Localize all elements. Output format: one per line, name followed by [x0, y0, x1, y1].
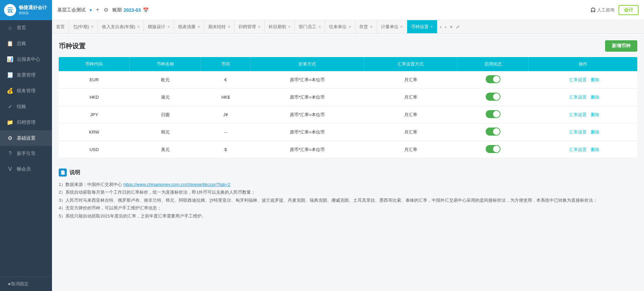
table-row: KRW 韩元 -- 原币*汇率=本位币 月汇率 汇率设置 删除 — [59, 124, 637, 141]
sidebar-item-member[interactable]: V 畅会员 — [0, 161, 52, 177]
sidebar-item-tax[interactable]: 💰 税务管理 — [0, 83, 52, 99]
toggle-0[interactable] — [486, 75, 500, 83]
tab-currency[interactable]: 币种设置 × — [407, 20, 437, 34]
rate-setting-4[interactable]: 汇率设置 — [569, 147, 587, 152]
sidebar-item-settings[interactable]: ⚙ 基础设置 — [0, 130, 52, 146]
page-title: 币种设置 — [59, 42, 86, 51]
sidebar-item-reports[interactable]: 📊 云报表中心 — [0, 51, 52, 67]
tab-income-close[interactable]: × — [137, 25, 140, 29]
cell-rate-type-4: 月汇率 — [364, 141, 458, 158]
table-row: USD 美元 $ 原币*汇率=本位币 月汇率 汇率设置 删除 — [59, 141, 637, 158]
toggle-2[interactable] — [486, 110, 500, 118]
tab-bar: 首页 乜(中期) × 收入支出表(年报) × 模版设计 × 税表清册 × 期末结… — [52, 20, 644, 34]
tab-period-end-close[interactable]: × — [228, 25, 230, 29]
delete-3[interactable]: 删除 — [591, 130, 599, 135]
tab-currency-label: 币种设置 — [411, 24, 429, 30]
cell-actions-3: 汇率设置 删除 — [529, 124, 637, 141]
tab-prev-button[interactable]: ‹ — [439, 23, 443, 30]
tab-next-button[interactable]: › — [443, 23, 448, 30]
sidebar-item-guide-label: 新手引导 — [17, 151, 36, 157]
tab-template[interactable]: 模版设计 × — [144, 20, 174, 34]
notes-item-2: 3）人民币对马来西亚林吉特、俄罗斯卢布、南非兰特、韩元、阿联酋迪拉姆、沙特里亚尔… — [59, 196, 637, 204]
new-currency-button[interactable]: 新增币种 — [605, 40, 637, 52]
sidebar-item-archive[interactable]: 📁 归档管理 — [0, 114, 52, 130]
notes-item-4: 5）系统只能自动抓取2021年度后的汇率，之前年度汇率需要用户手工维护。 — [59, 212, 637, 220]
company-name: 基层工会测试 — [57, 7, 86, 13]
accounting-icon: ✓ — [7, 103, 13, 110]
add-tab-button[interactable]: + — [96, 6, 100, 13]
tab-dept[interactable]: 部门员工 × — [295, 20, 325, 34]
cell-name-4: 美元 — [129, 141, 201, 158]
th-code: 币种代码 — [59, 57, 129, 71]
cell-status-0 — [457, 71, 529, 89]
tab-subjects-label: 科目期初 — [269, 24, 286, 30]
tab-archive-close[interactable]: × — [258, 25, 260, 29]
period-label: 账期 — [112, 7, 122, 13]
period-value: 2023-03 — [124, 7, 141, 13]
toggle-1[interactable] — [486, 93, 500, 101]
delete-0[interactable]: 删除 — [591, 77, 599, 82]
tab-income[interactable]: 收入支出表(年报) × — [98, 20, 144, 34]
tab-measure[interactable]: 计量单位 × — [377, 20, 407, 34]
delete-2[interactable]: 删除 — [591, 112, 599, 117]
tab-units[interactable]: 往来单位 × — [325, 20, 355, 34]
cell-conversion-3: 原币*汇率=本位币 — [250, 124, 364, 141]
sidebar-item-invoice[interactable]: 🧾 发票管理 — [0, 67, 52, 83]
calendar-icon[interactable]: 📅 — [143, 7, 149, 13]
sidebar-item-archive-label: 归档管理 — [17, 119, 36, 126]
tab-units-close[interactable]: × — [348, 25, 351, 29]
consult-button[interactable]: 🎧 人工咨询 — [590, 7, 614, 13]
tab-subjects[interactable]: 科目期初 × — [265, 20, 295, 34]
tab-tax-close[interactable]: × — [198, 25, 200, 29]
tab-currency-close[interactable]: × — [431, 25, 433, 29]
tab-inventory[interactable]: 存货 × — [355, 20, 377, 34]
rate-setting-0[interactable]: 汇率设置 — [569, 77, 587, 82]
tab-template-close[interactable]: × — [167, 25, 170, 29]
cell-conversion-0: 原币*汇率=本位币 — [250, 71, 364, 89]
tab-period-end[interactable]: 期末结转 × — [204, 20, 234, 34]
sidebar-item-guide[interactable]: ? 新手引导 — [0, 146, 52, 161]
rate-setting-2[interactable]: 汇率设置 — [569, 112, 587, 117]
settings-gear-icon[interactable]: ⚙ — [104, 7, 108, 13]
cell-conversion-2: 原币*汇率=本位币 — [250, 106, 364, 124]
sidebar-toggle[interactable]: ◄取消固定 — [0, 277, 52, 291]
table-body: EUR 欧元 € 原币*汇率=本位币 月汇率 汇率设置 删除 HKD 港元 HK… — [59, 71, 637, 158]
tab-period-close[interactable]: × — [91, 25, 94, 29]
table-row: EUR 欧元 € 原币*汇率=本位币 月汇率 汇率设置 删除 — [59, 71, 637, 89]
sidebar-item-ledger[interactable]: 📋 总账 — [0, 36, 52, 51]
toggle-4[interactable] — [486, 145, 500, 153]
tab-subjects-close[interactable]: × — [288, 25, 290, 29]
notes-title-label: 说明 — [69, 169, 80, 176]
cell-code-2: JPY — [59, 106, 129, 124]
table-header-row: 币种代码 币种名称 币符 折算方式 汇率设置方式 启用状态 操作 — [59, 57, 637, 71]
sidebar-item-home[interactable]: ⌂ 首页 — [0, 20, 52, 36]
company-dropdown-icon[interactable]: ▾ — [90, 7, 92, 13]
tab-home[interactable]: 首页 — [52, 20, 69, 34]
notes-link[interactable]: https://www.chinamoney.com.cn/chinese/bk… — [123, 182, 230, 187]
app-logo-icon: 云 — [4, 4, 16, 16]
tab-measure-close[interactable]: × — [400, 25, 403, 29]
ledger-icon: 📋 — [7, 40, 13, 47]
cell-actions-4: 汇率设置 删除 — [529, 141, 637, 158]
delete-1[interactable]: 删除 — [591, 95, 599, 100]
rate-setting-3[interactable]: 汇率设置 — [569, 130, 587, 135]
tab-tax[interactable]: 税表清册 × — [174, 20, 204, 34]
toggle-3[interactable] — [486, 128, 500, 136]
consult-label: 人工咨询 — [597, 7, 614, 13]
th-name: 币种名称 — [129, 57, 201, 71]
sidebar-item-accounting[interactable]: ✓ 结账 — [0, 99, 52, 114]
cell-status-2 — [457, 106, 529, 124]
cell-name-2: 日圆 — [129, 106, 201, 124]
home-icon: ⌂ — [7, 25, 13, 31]
cell-name-3: 韩元 — [129, 124, 201, 141]
tab-expand-button[interactable]: ⤢ — [454, 23, 461, 30]
tab-close-all-button[interactable]: × — [448, 23, 454, 30]
user-role-button[interactable]: 会计 — [619, 5, 639, 15]
tab-inventory-close[interactable]: × — [370, 25, 372, 29]
tab-archive[interactable]: 归档管理 × — [234, 20, 265, 34]
delete-4[interactable]: 删除 — [591, 147, 599, 152]
sidebar-footer-label: ◄取消固定 — [7, 281, 29, 287]
tab-period[interactable]: 乜(中期) × — [69, 20, 98, 34]
rate-setting-1[interactable]: 汇率设置 — [569, 95, 587, 100]
tab-dept-close[interactable]: × — [318, 25, 321, 29]
